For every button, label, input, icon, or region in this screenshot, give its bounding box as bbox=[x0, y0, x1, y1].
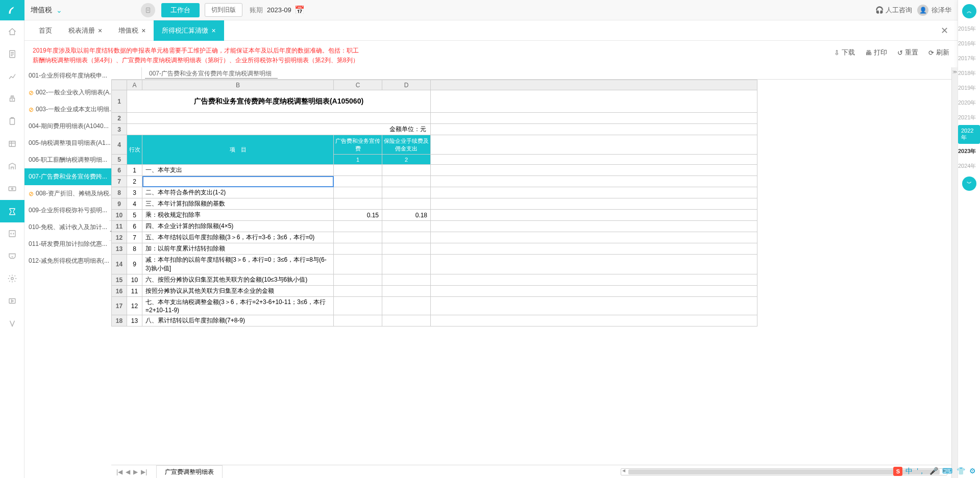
ime-item[interactable]: '， bbox=[917, 467, 925, 476]
report-list-item[interactable]: 012-减免所得税优惠明细表(... bbox=[24, 253, 111, 269]
nav-money-icon[interactable] bbox=[0, 88, 24, 110]
ime-logo-icon[interactable]: S bbox=[893, 467, 902, 476]
column-header[interactable]: 12 bbox=[112, 232, 127, 243]
right-panel-expand[interactable]: ≫ bbox=[951, 67, 958, 478]
nav-settings-icon[interactable] bbox=[0, 267, 24, 290]
column-header[interactable]: 14 bbox=[112, 255, 127, 274]
column-header[interactable]: A bbox=[127, 80, 142, 90]
ime-item[interactable]: 👕 bbox=[957, 467, 965, 476]
column-header[interactable]: 16 bbox=[112, 286, 127, 297]
nav-home-icon[interactable] bbox=[0, 20, 24, 43]
nav-chart-icon[interactable] bbox=[0, 65, 24, 88]
nav-form-icon[interactable] bbox=[0, 133, 24, 155]
tab-2[interactable]: 增值税× bbox=[110, 20, 154, 41]
sheet-tab[interactable]: 广宣费调整明细表 bbox=[156, 465, 223, 479]
column-header[interactable]: 17 bbox=[112, 297, 127, 315]
column-header[interactable]: 4 bbox=[112, 135, 127, 155]
column-header[interactable]: D bbox=[382, 80, 431, 90]
column-header[interactable]: 6 bbox=[112, 165, 127, 176]
column-header[interactable]: 10 bbox=[112, 210, 127, 221]
column-header[interactable] bbox=[112, 80, 127, 90]
year-item[interactable]: 2022年 bbox=[958, 125, 980, 144]
column-header[interactable]: 3 bbox=[112, 124, 127, 135]
nav-tax-icon[interactable] bbox=[0, 200, 24, 222]
column-header[interactable]: 2 bbox=[112, 113, 127, 124]
report-list-item[interactable]: 011-研发费用加计扣除优惠... bbox=[24, 236, 111, 253]
ime-item[interactable]: ⚙ bbox=[969, 467, 976, 476]
title-dropdown[interactable]: 增值税 ⌄ bbox=[31, 6, 139, 15]
nav-inbox-icon[interactable] bbox=[0, 245, 24, 267]
user-menu[interactable]: 👤 徐泽华 bbox=[917, 5, 951, 16]
report-list-item[interactable]: 005-纳税调整项目明细表(A1... bbox=[24, 135, 111, 152]
report-list-item[interactable]: 007-广告费和业务宣传费跨... bbox=[24, 168, 111, 185]
column-header[interactable]: 9 bbox=[112, 198, 127, 210]
nav-v-icon[interactable] bbox=[0, 312, 24, 335]
ime-item[interactable]: 🎤 bbox=[929, 467, 938, 476]
ime-item[interactable]: ⌨ bbox=[942, 467, 952, 476]
column-header[interactable]: B bbox=[142, 80, 334, 90]
year-item[interactable]: 2019年 bbox=[958, 81, 980, 95]
nav-cash-icon[interactable] bbox=[0, 178, 24, 200]
column-header[interactable]: 7 bbox=[112, 176, 127, 187]
nav-video-icon[interactable] bbox=[0, 290, 24, 312]
round-doc-icon[interactable] bbox=[141, 3, 155, 17]
year-scroll-up[interactable]: ︽ bbox=[962, 4, 976, 18]
column-header[interactable]: 1 bbox=[112, 90, 127, 113]
cell: 保险企业手续费及佣金支出 bbox=[382, 135, 431, 155]
nav-clipboard-icon[interactable] bbox=[0, 110, 24, 133]
year-item[interactable]: 2018年 bbox=[958, 66, 980, 81]
column-header[interactable]: 13 bbox=[112, 243, 127, 255]
year-item[interactable]: 2023年 bbox=[958, 144, 980, 159]
report-list-item[interactable]: 009-企业所得税弥补亏损明... bbox=[24, 202, 111, 219]
column-header[interactable] bbox=[431, 80, 757, 90]
year-scroll-down[interactable]: ︾ bbox=[962, 177, 976, 191]
year-item[interactable]: 2015年 bbox=[958, 21, 980, 36]
column-header[interactable]: C bbox=[334, 80, 382, 90]
report-list-item[interactable]: 001-企业所得税年度纳税申... bbox=[24, 67, 111, 84]
sheet-first-icon[interactable]: |◀ bbox=[115, 468, 124, 475]
report-list-item[interactable]: 006-职工薪酬纳税调整明细... bbox=[24, 152, 111, 168]
download-button[interactable]: ⇩下载 bbox=[834, 48, 855, 57]
year-item[interactable]: 2020年 bbox=[958, 95, 980, 110]
column-header[interactable]: 15 bbox=[112, 274, 127, 286]
report-list-item[interactable]: 004-期间费用明细表(A1040... bbox=[24, 118, 111, 135]
period-value[interactable]: 2023-09 bbox=[267, 6, 291, 14]
column-header[interactable]: 5 bbox=[112, 155, 127, 165]
year-item[interactable]: 2016年 bbox=[958, 36, 980, 51]
report-list-item[interactable]: ⊘008-资产折旧、摊销及纳税... bbox=[24, 185, 111, 202]
close-icon[interactable]: × bbox=[98, 27, 102, 35]
report-list-item[interactable]: 010-免税、减计收入及加计... bbox=[24, 219, 111, 236]
nav-building-icon[interactable] bbox=[0, 155, 24, 178]
column-header[interactable]: 18 bbox=[112, 315, 127, 326]
close-icon[interactable]: × bbox=[211, 27, 215, 35]
tab-1[interactable]: 税表清册× bbox=[60, 20, 110, 41]
switch-old-button[interactable]: 切到旧版 bbox=[205, 3, 242, 17]
calendar-icon[interactable]: 📅 bbox=[295, 5, 305, 15]
column-header[interactable]: 8 bbox=[112, 187, 127, 198]
report-list-item[interactable]: ⊘002-一般企业收入明细表(A... bbox=[24, 84, 111, 101]
tab-3[interactable]: 所得税汇算清缴× bbox=[154, 20, 224, 41]
ime-item[interactable]: 中 bbox=[905, 467, 913, 476]
sheet-last-icon[interactable]: ▶| bbox=[140, 468, 148, 475]
refresh-button[interactable]: ⟳刷新 bbox=[928, 48, 949, 57]
sheet-prev-icon[interactable]: ◀ bbox=[125, 468, 131, 475]
spreadsheet[interactable]: ABCD1广告费和业务宣传费跨年度纳税调整明细表(A105060)23金额单位：… bbox=[111, 80, 958, 465]
close-all-tabs[interactable]: ✕ bbox=[941, 25, 948, 36]
print-button[interactable]: 🖶打印 bbox=[865, 48, 887, 57]
tab-0[interactable]: 首页 bbox=[31, 20, 60, 41]
report-list-item[interactable]: ⊘003-一般企业成本支出明细... bbox=[24, 101, 111, 118]
workspace-button[interactable]: 工作台 bbox=[161, 3, 200, 17]
column-header[interactable]: 11 bbox=[112, 221, 127, 232]
formula-input[interactable]: 007-广告费和业务宣传费跨年度纳税调整明细表(A105060) bbox=[145, 68, 278, 79]
nav-archive-icon[interactable] bbox=[0, 222, 24, 245]
reset-button[interactable]: ↺重置 bbox=[897, 48, 918, 57]
nav-invoice-icon[interactable] bbox=[0, 43, 24, 65]
support-link[interactable]: 🎧 人工咨询 bbox=[875, 6, 912, 15]
sheet-next-icon[interactable]: ▶ bbox=[132, 468, 139, 475]
close-icon[interactable]: × bbox=[141, 27, 145, 35]
year-item[interactable]: 2024年 bbox=[958, 159, 980, 173]
year-item[interactable]: 2021年 bbox=[958, 110, 980, 125]
year-item[interactable]: 2017年 bbox=[958, 51, 980, 66]
app-logo[interactable] bbox=[0, 0, 24, 20]
cell-reference[interactable] bbox=[111, 67, 142, 79]
